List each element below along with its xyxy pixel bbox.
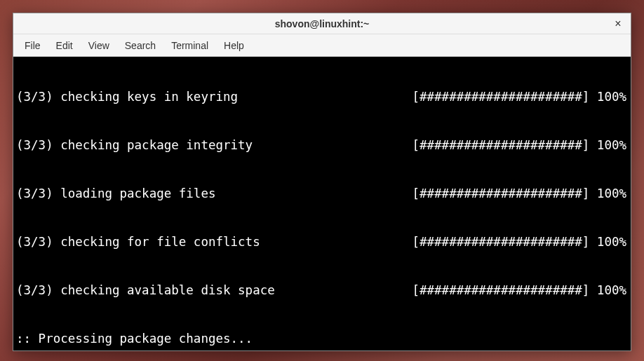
output-line: (3/3) checking available disk space[####… [16,282,628,299]
close-icon[interactable]: × [611,17,625,31]
output-line: (3/3) checking for file conflicts[######… [16,234,628,250]
terminal-window: shovon@linuxhint:~ × File Edit View Sear… [13,13,631,351]
output-line: :: Processing package changes... [16,331,628,347]
menu-view[interactable]: View [81,37,116,54]
menubar: File Edit View Search Terminal Help [13,34,631,57]
menu-help[interactable]: Help [217,37,251,54]
terminal-output[interactable]: (3/3) checking keys in keyring[#########… [13,57,631,350]
titlebar: shovon@linuxhint:~ × [13,13,631,34]
menu-edit[interactable]: Edit [49,37,80,54]
menu-file[interactable]: File [18,37,48,54]
output-line: (3/3) loading package files[############… [16,186,628,202]
output-line: (3/3) checking package integrity[#######… [16,137,628,154]
output-line: (3/3) checking keys in keyring[#########… [16,89,628,105]
menu-search[interactable]: Search [118,37,163,54]
menu-terminal[interactable]: Terminal [164,37,215,54]
window-title: shovon@linuxhint:~ [275,18,370,29]
